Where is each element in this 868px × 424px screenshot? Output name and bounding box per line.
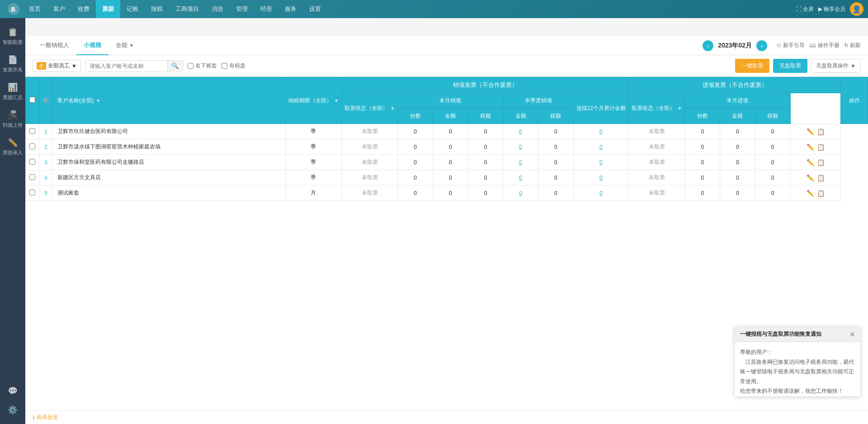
row-purchase-month-tax: 0 <box>755 155 790 170</box>
row-sales-12month[interactable]: 0 <box>573 170 628 186</box>
manual-button[interactable]: 📖 操作手册 <box>809 42 839 49</box>
th-tax-period[interactable]: 纳税期限（全部） ▼ <box>285 77 341 124</box>
th-purchase-status[interactable]: 取票状态（全部） ▼ <box>629 93 685 124</box>
avatar-icon: 👤 <box>852 5 861 14</box>
tax-policy-link[interactable]: ℹ 税务政策 <box>33 414 58 421</box>
row-sales-12month[interactable]: 0 <box>573 186 628 201</box>
nav-customer[interactable]: 客户 <box>47 0 71 18</box>
row-sales-12month[interactable]: 0 <box>573 124 628 139</box>
th-sales-quarter: 本季度销项 <box>503 93 573 109</box>
row-edit-icon[interactable]: ✏️ <box>807 143 814 151</box>
new-guide-button[interactable]: ☆ 新手引导 <box>776 42 805 49</box>
row-sales-12month[interactable]: 0 <box>573 139 628 155</box>
row-edit-icon[interactable]: ✏️ <box>807 190 814 197</box>
row-view-icon[interactable]: 📋 <box>817 190 825 197</box>
row-sales-status: 未取票 <box>341 170 397 186</box>
nav-tax[interactable]: 报税 <box>145 0 169 18</box>
th-sales-status[interactable]: 取票状态（全部） ▼ <box>341 93 397 124</box>
nav-manage[interactable]: 管理 <box>230 0 254 18</box>
row-purchase-month-amount: 0 <box>720 139 755 155</box>
row-sales-quarter-amount[interactable]: 0 <box>503 186 538 201</box>
th-sales-month-amount: 金额 <box>433 109 468 124</box>
th-sales-invoice-group: 销项发票（不合作废票） <box>341 77 628 93</box>
row-checkbox[interactable] <box>29 159 35 165</box>
sidebar-item-invoice-summary[interactable]: 📊 票据汇总 <box>0 78 25 105</box>
nav-operation[interactable]: 经营 <box>254 0 278 18</box>
row-view-icon[interactable]: 📋 <box>817 143 825 151</box>
row-sales-quarter-amount[interactable]: 0 <box>503 170 538 186</box>
nav-billing[interactable]: 收费 <box>71 0 96 18</box>
fullscreen-button[interactable]: ⛶ 全屏 <box>796 5 814 13</box>
row-view-icon[interactable]: 📋 <box>817 174 825 181</box>
select-all-checkbox[interactable] <box>29 97 35 103</box>
search-input[interactable] <box>86 61 167 71</box>
row-number: 5 <box>39 186 53 201</box>
nav-invoice[interactable]: 票据 <box>96 0 120 18</box>
sidebar-item-invoice-entry[interactable]: ✏️ 票据录入 <box>0 133 25 161</box>
row-sales-12month[interactable]: 0 <box>573 155 628 170</box>
th-purchase-month-tax: 税额 <box>755 109 790 124</box>
sub-tab-bar: 一般纳税人 小规模 全能 ▼ ‹ 2023年02月 › ☆ 新手引导 📖 操作手… <box>25 36 868 55</box>
one-key-fetch-button[interactable]: 一键取票 <box>735 59 769 73</box>
nav-message[interactable]: 消息 <box>205 0 230 18</box>
nav-home[interactable]: 首页 <box>23 0 47 18</box>
no-disk-fetch-ops-button[interactable]: 无盘取票操作 ▼ <box>811 59 861 73</box>
period-next-button[interactable]: › <box>756 40 767 51</box>
row-sales-quarter-amount[interactable]: 0 <box>503 155 538 170</box>
row-checkbox-cell <box>26 186 39 201</box>
row-sales-month-amount: 0 <box>433 186 468 201</box>
th-sales-month-tax: 税额 <box>468 109 503 124</box>
toolbar-right-actions: 一键取票 无盘取票 无盘取票操作 ▼ <box>735 59 861 73</box>
row-checkbox[interactable] <box>29 174 35 180</box>
notification-close-button[interactable]: ✕ <box>849 331 855 338</box>
book-icon: 📖 <box>809 42 816 48</box>
row-customer-name: 测试账套 <box>53 186 286 201</box>
sidebar-item-scan-upload[interactable]: 📠 扫描上传 <box>0 105 25 133</box>
sidebar: 📋 智能取票 📄 发票开具 📊 票据汇总 📠 扫描上传 ✏️ 票据录入 💬 ⚙️ <box>0 18 25 424</box>
invoice-entry-icon: ✏️ <box>8 138 18 148</box>
row-checkbox-cell <box>26 124 39 139</box>
row-edit-icon[interactable]: ✏️ <box>807 159 814 166</box>
my-accounts-checkbox[interactable]: 名下账套 <box>188 62 217 70</box>
row-checkbox[interactable] <box>29 143 35 149</box>
user-avatar[interactable]: 👤 <box>850 2 863 16</box>
period-prev-button[interactable]: ‹ <box>703 40 713 51</box>
nav-bookkeeping[interactable]: 记账 <box>120 0 145 18</box>
row-sales-quarter-amount[interactable]: 0 <box>503 124 538 139</box>
has-tax-disk-checkbox[interactable]: 有税盘 <box>222 62 245 70</box>
row-sales-month-count: 0 <box>398 186 433 201</box>
table-row: 3 卫辉市保和堂医药有限公司走辙路店 季 未取票 0 0 0 0 0 0 未取票… <box>26 155 868 170</box>
member-button[interactable]: ▶ 畅享会员 <box>818 5 845 13</box>
notification-header: 一键报税与无盘取票功能恢复通知 ✕ <box>735 327 860 342</box>
sidebar-item-invoice-issue[interactable]: 📄 发票开具 <box>0 50 25 78</box>
row-checkbox[interactable] <box>29 128 35 134</box>
th-customer-name[interactable]: 客户名称(全部) ▼ <box>53 77 286 124</box>
row-view-icon[interactable]: 📋 <box>817 128 825 135</box>
row-checkbox[interactable] <box>29 190 35 195</box>
row-edit-icon[interactable]: ✏️ <box>807 128 814 135</box>
tab-general-taxpayer[interactable]: 一般纳税人 <box>33 36 76 55</box>
row-purchase-status: 未取票 <box>629 186 685 201</box>
row-purchase-month-tax: 0 <box>755 124 790 139</box>
row-edit-icon[interactable]: ✏️ <box>807 174 814 181</box>
no-disk-fetch-button[interactable]: 无盘取票 <box>773 59 807 73</box>
sidebar-item-settings[interactable]: ⚙️ <box>8 400 18 419</box>
row-purchase-status: 未取票 <box>629 124 685 139</box>
refresh-button[interactable]: ↻ 刷新 <box>844 42 861 49</box>
tab-all-capable[interactable]: 全能 ▼ <box>108 36 141 55</box>
row-sales-quarter-amount[interactable]: 0 <box>503 139 538 155</box>
scan-upload-icon: 📠 <box>8 110 18 120</box>
search-button[interactable]: 🔍 <box>167 61 183 71</box>
row-sales-quarter-tax: 0 <box>538 155 574 170</box>
nav-business[interactable]: 工商项目 <box>169 0 205 18</box>
tab-small-scale[interactable]: 小规模 <box>76 36 108 55</box>
row-sales-month-tax: 0 <box>468 124 503 139</box>
nav-service[interactable]: 服务 <box>278 0 303 18</box>
nav-settings[interactable]: 设置 <box>303 0 327 18</box>
row-sales-month-tax: 0 <box>468 155 503 170</box>
th-purchase-month-count: 份数 <box>685 109 720 124</box>
row-view-icon[interactable]: 📋 <box>817 159 825 166</box>
employee-filter[interactable]: 全 全部员工 ▼ <box>33 60 81 72</box>
sidebar-item-smart-fetch[interactable]: 📋 智能取票 <box>0 23 25 50</box>
sidebar-item-msg[interactable]: 💬 <box>8 381 18 400</box>
